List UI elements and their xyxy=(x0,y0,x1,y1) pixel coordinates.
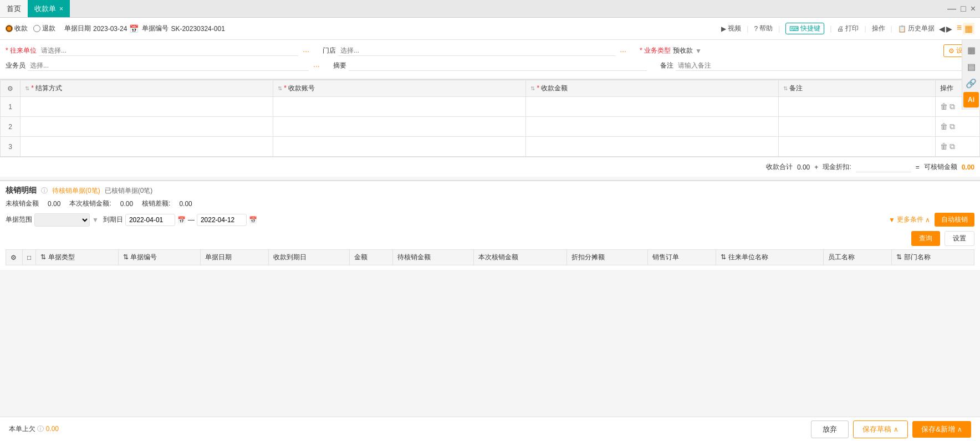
row2-payment[interactable] xyxy=(21,117,273,137)
voucher-no-field: 单据编号 SK-20230324-001 xyxy=(142,24,224,33)
subtotal-label: 收款合计 xyxy=(766,162,793,172)
summary-label: 摘要 xyxy=(333,61,346,70)
hexiao-table-wrap: ⚙ □ ⇅ 单据类型 ⇅ 单据编号 单据日期 收款到期日 金额 待核销金额 本次… xyxy=(6,249,974,265)
row1-account[interactable] xyxy=(273,97,526,117)
row1-amount[interactable] xyxy=(526,97,779,117)
save-draft-arrow-icon: ∧ xyxy=(894,425,899,433)
staff-field: 业务员 ··· xyxy=(6,60,320,71)
hth-settings[interactable]: ⚙ xyxy=(6,250,23,265)
tab-home[interactable]: 首页 xyxy=(0,0,28,17)
row2-amount[interactable] xyxy=(526,117,779,137)
th-amount: ⇅ * 收款金额 xyxy=(526,80,779,97)
row2-copy-icon[interactable]: ⧉ xyxy=(950,122,955,131)
query-btn[interactable]: 查询 xyxy=(911,231,940,246)
more-conditions-btn[interactable]: ▼ 更多条件 ∧ xyxy=(889,215,930,224)
save-new-btn[interactable]: 保存&新增 ∧ xyxy=(912,421,971,438)
form-row-1: * 往来单位 ··· 门店 ··· * 业务类型 预收款 ▼ ⚙ 设置 xyxy=(6,44,974,57)
partner-more-btn[interactable]: ··· xyxy=(303,47,309,55)
chevron-down-icon: ▼ xyxy=(92,216,99,224)
row3-account[interactable] xyxy=(273,137,526,157)
due-date-end-input[interactable] xyxy=(197,214,247,226)
maximize-icon[interactable]: □ xyxy=(961,4,966,14)
discount-input[interactable] xyxy=(856,162,911,172)
table-row: 2 🗑 ⧉ xyxy=(1,117,980,137)
row1-copy-icon[interactable]: ⧉ xyxy=(950,102,955,111)
bottom-info-value: 0.00 xyxy=(46,425,59,433)
row3-note[interactable] xyxy=(779,137,936,157)
store-more-btn[interactable]: ··· xyxy=(620,47,626,55)
th-payment-label: 结算方式 xyxy=(35,84,62,92)
staff-more-btn[interactable]: ··· xyxy=(313,61,320,70)
prev-arrow[interactable]: ◀ xyxy=(939,24,945,33)
staff-input[interactable] xyxy=(28,60,309,71)
row2-account[interactable] xyxy=(273,117,526,137)
store-input[interactable] xyxy=(338,45,615,56)
hexiao-info-icon[interactable]: ⓘ xyxy=(41,186,48,196)
sidebar-list-icon-btn[interactable]: ▤ xyxy=(963,59,979,74)
due-date-field: 到期日 📅 — 📅 xyxy=(103,214,257,226)
video-btn[interactable]: ▶ 视频 xyxy=(721,24,741,33)
summary-input[interactable] xyxy=(349,60,647,71)
row1-delete-icon[interactable]: 🗑 xyxy=(940,102,948,111)
done-tab[interactable]: 已核销单据(0笔) xyxy=(105,186,153,196)
hth-doc-no: ⇅ 单据编号 xyxy=(118,250,200,265)
receipt-type-group: 收款 退款 xyxy=(6,24,55,33)
pending-tab[interactable]: 待核销单据(0笔) xyxy=(52,186,100,196)
tab-close-icon[interactable]: × xyxy=(59,5,63,13)
row2-action-cell: 🗑 ⧉ xyxy=(940,122,975,131)
operation-btn[interactable]: 操作 xyxy=(872,24,885,33)
sidebar-ai-icon-btn[interactable]: Ai xyxy=(963,92,979,107)
row2-note[interactable] xyxy=(779,117,936,137)
hexiao-settings-btn[interactable]: 设置 xyxy=(945,231,974,246)
nav-arrows: ◀ ▶ xyxy=(939,24,952,33)
partner-input[interactable] xyxy=(39,45,298,56)
note-input[interactable] xyxy=(676,60,974,71)
note-field: 备注 xyxy=(660,60,974,71)
list-view-icon[interactable]: ≡ xyxy=(957,23,962,34)
row3-delete-icon[interactable]: 🗑 xyxy=(940,142,948,151)
next-arrow[interactable]: ▶ xyxy=(946,24,952,33)
hth-doc-date: 单据日期 xyxy=(201,250,269,265)
row-num-2: 2 xyxy=(1,117,21,137)
abandon-btn[interactable]: 放弃 xyxy=(811,421,849,438)
shortcut-btn[interactable]: ⌨ 快捷键 xyxy=(785,23,824,34)
close-icon[interactable]: × xyxy=(971,4,976,14)
calendar-icon[interactable]: 📅 xyxy=(129,24,139,33)
radio-refund-label[interactable]: 退款 xyxy=(33,24,55,33)
print-btn[interactable]: 🖨 打印 xyxy=(837,24,859,33)
hth-checkbox[interactable]: □ xyxy=(23,250,36,265)
row3-copy-icon[interactable]: ⧉ xyxy=(950,142,955,151)
sidebar-link-icon-btn[interactable]: 🔗 xyxy=(963,75,979,91)
grid-view-icon[interactable]: ▦ xyxy=(963,23,974,34)
auto-cancel-btn[interactable]: 自动核销 xyxy=(935,213,974,227)
table-row: 1 🗑 ⧉ xyxy=(1,97,980,117)
history-btn[interactable]: 📋 历史单据 xyxy=(898,24,935,33)
bottom-info: 本单上欠 ⓘ 0.00 xyxy=(9,424,807,434)
radio-receipt-label[interactable]: 收款 xyxy=(6,24,28,33)
date-cal-icon-start[interactable]: 📅 xyxy=(177,216,186,224)
due-date-start-input[interactable] xyxy=(125,214,175,226)
date-cal-icon-end[interactable]: 📅 xyxy=(249,216,257,224)
minimize-icon[interactable]: — xyxy=(947,4,956,14)
row1-note[interactable] xyxy=(779,97,936,117)
row1-payment[interactable] xyxy=(21,97,273,117)
summary-field: 摘要 xyxy=(333,60,647,71)
video-icon: ▶ xyxy=(721,25,726,33)
hth-due-date: 收款到期日 xyxy=(269,250,350,265)
radio-refund[interactable] xyxy=(33,25,40,32)
biz-type-dropdown-icon[interactable]: ▼ xyxy=(695,47,702,55)
radio-receipt[interactable] xyxy=(6,25,13,32)
th-note-label: 备注 xyxy=(789,84,803,92)
th-settings[interactable]: ⚙ xyxy=(1,80,21,97)
row3-payment[interactable] xyxy=(21,137,273,157)
store-label: 门店 xyxy=(323,46,336,55)
tab-receipt[interactable]: 收款单 × xyxy=(28,0,70,17)
range-select[interactable] xyxy=(34,213,90,227)
save-draft-btn[interactable]: 保存草稿 ∧ xyxy=(853,421,908,438)
row2-delete-icon[interactable]: 🗑 xyxy=(940,122,948,131)
hth-doc-type: ⇅ 单据类型 xyxy=(36,250,118,265)
voucher-date-value: 2023-03-24 xyxy=(93,25,127,33)
help-btn[interactable]: ? 帮助 xyxy=(754,24,773,33)
row3-amount[interactable] xyxy=(526,137,779,157)
sidebar-table-icon-btn[interactable]: ▦ xyxy=(963,42,979,58)
